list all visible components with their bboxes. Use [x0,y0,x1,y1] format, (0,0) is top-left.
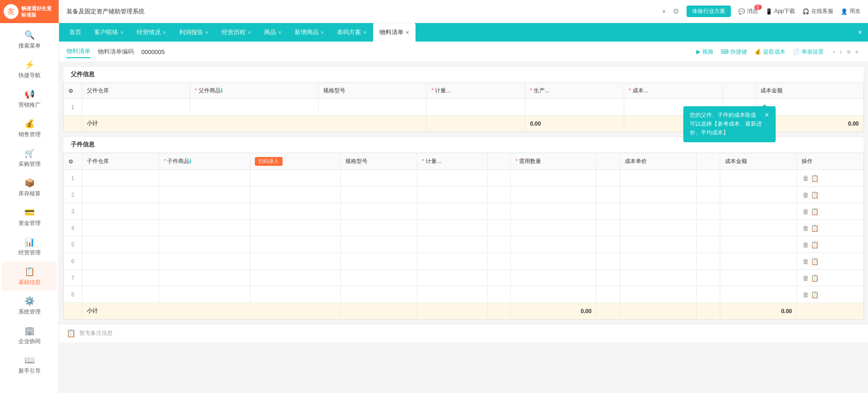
sidebar-item-inventory[interactable]: 📦 库存核算 [2,173,57,202]
sub-tab-bom-code[interactable]: 物料清单编码 [98,46,134,58]
copy-icon[interactable]: 📋 [811,208,819,215]
sidebar-item-marketing[interactable]: 📢 营销推广 [2,85,57,114]
tab-home[interactable]: 首页 [63,23,88,42]
extract-cost-action[interactable]: 💰 提取成本 [754,48,785,56]
nav-next-button[interactable]: › [838,47,844,56]
tab-label: 商品 [264,28,276,36]
sub-tab-bom-list[interactable]: 物料清单 [66,45,90,58]
copy-icon[interactable]: 📋 [811,291,819,298]
shortcut-label: 快捷键 [730,48,747,56]
delete-icon[interactable]: 🗑 [802,291,809,298]
nav-prev-button[interactable]: ‹ [831,47,837,56]
dropdown-icon[interactable]: ▾ [663,8,665,15]
col-settings[interactable]: ⚙ [64,83,82,99]
child-spec-1[interactable] [340,170,417,187]
child-e3-1 [697,170,720,187]
shortcut-action[interactable]: ⌨ 快捷键 [721,48,747,56]
child-actions-1: 🗑📋 [797,170,864,187]
tab-history[interactable]: 经营历程 ✕ [215,23,258,42]
copy-icon[interactable]: 📋 [811,175,819,182]
tab-bom[interactable]: 物料清单 ✕ [373,23,416,42]
sidebar-item-enterprise[interactable]: 🏢 企业协同 [2,321,57,350]
copy-icon[interactable]: 📋 [811,241,819,248]
child-warehouse-1[interactable] [82,170,159,187]
child-e1-1 [487,170,511,187]
sidebar-item-guide[interactable]: 📖 新手引导 [2,351,57,380]
sidebar-item-sales[interactable]: 💰 销售管理 [2,114,57,143]
sidebar-item-quick-nav[interactable]: ⚡ 快捷导航 [2,55,57,84]
doc-settings-action[interactable]: 📄 单据设置 [793,48,824,56]
sales-icon: 💰 [24,119,35,129]
delete-icon[interactable]: 🗑 [802,258,809,265]
subtotal-qty: 0.00 [525,115,624,132]
child-goods-1[interactable] [159,170,250,187]
delete-icon[interactable]: 🗑 [802,191,809,199]
sidebar-item-basic[interactable]: 📋 基础信息 [2,262,57,291]
child-ucost-1[interactable] [620,170,696,187]
tab-barcode[interactable]: 条码方案 ✕ [331,23,373,42]
tab-close-icon[interactable]: ✕ [320,30,324,35]
child-qty-1[interactable] [511,170,597,187]
parent-production-cell[interactable] [525,99,624,115]
delete-icon[interactable]: 🗑 [802,175,809,182]
tab-operations[interactable]: 经营情况 ✕ [130,23,173,42]
tab-new-goods[interactable]: 新增商品 ✕ [288,23,331,42]
sidebar-item-label: 系统管理 [18,308,41,316]
tab-label: 物料清单 [380,28,404,36]
parent-spec-cell[interactable] [319,99,427,115]
tab-close-icon[interactable]: ✕ [405,30,409,35]
col-cost-amount: 成本金额 [755,83,863,99]
sidebar-item-search[interactable]: 🔍 搜索菜单 [2,25,57,54]
copy-icon[interactable]: 📋 [811,224,819,232]
parent-unit-cell[interactable] [427,99,525,115]
sidebar-item-label: 基础信息 [18,278,41,286]
video-action[interactable]: ▶ 视频 [696,48,713,56]
child-col-settings[interactable]: ⚙ [64,153,82,170]
logo-text: 畅捷通好生意 [21,5,52,12]
tab-goods[interactable]: 商品 ✕ [258,23,288,42]
trial-button[interactable]: 体验行业方案 [687,6,731,17]
delete-icon[interactable]: 🗑 [802,208,809,215]
child-col-scan[interactable]: 扫码录入 [250,153,340,170]
parent-goods-cell[interactable] [190,99,319,115]
tab-close-icon[interactable]: ✕ [247,30,251,35]
sidebar-item-ops[interactable]: 📊 经营管理 [2,232,57,261]
app-download-button[interactable]: 📱 App下载 [766,7,795,15]
delete-icon[interactable]: 🗑 [802,224,809,232]
tooltip-close-button[interactable]: ✕ [765,111,769,120]
scan-button[interactable]: 扫码录入 [255,157,283,166]
child-col-spec: 规格型号 [340,153,417,170]
tab-close-icon[interactable]: ✕ [163,30,166,35]
child-unit-1[interactable] [417,170,487,187]
child-table: ⚙ 子件仓库 * 子件商品ℹ 扫码录入 规格型号 * 计量... * 需用数量 … [63,153,864,320]
delete-icon[interactable]: 🗑 [802,241,809,248]
tab-profit[interactable]: 利润报告 ✕ [173,23,215,42]
tab-label: 新增商品 [295,28,319,36]
sidebar-item-purchase[interactable]: 🛒 采购管理 [2,144,57,173]
child-col-empty3 [697,153,720,170]
tab-customer[interactable]: 客户联络 ✕ [88,23,130,42]
gear-icon[interactable]: ⚙ [673,7,679,16]
copy-icon[interactable]: 📋 [811,274,819,282]
tab-close-icon[interactable]: ✕ [278,30,282,35]
tab-close-icon[interactable]: ✕ [205,30,209,35]
online-support-button[interactable]: 🎧 在线客服 [802,7,833,15]
user-menu[interactable]: 👤 用友 [841,7,861,15]
child-col-action: 操作 [797,153,864,170]
tab-close-icon[interactable]: ✕ [363,30,367,35]
close-all-tabs[interactable]: ✕ [856,27,864,37]
nav-add-button[interactable]: + [853,47,861,56]
parent-warehouse-cell[interactable] [82,99,190,115]
child-subtotal-label: 小计 [82,303,341,320]
sidebar-item-finance[interactable]: 💳 资金管理 [2,203,57,232]
nav-arrows: ‹ › ≡ + [831,47,861,56]
copy-icon[interactable]: 📋 [811,258,819,265]
copy-icon[interactable]: 📋 [811,191,819,199]
nav-list-button[interactable]: ≡ [845,47,852,56]
notifications-button[interactable]: 💬 6 消息 [738,7,758,15]
page-content: 物料清单 物料清单编码 0000005 ▶ 视频 ⌨ 快捷键 💰 提取成本 📄 [59,42,868,393]
tab-close-icon[interactable]: ✕ [120,30,124,35]
keyboard-icon: ⌨ [721,48,729,55]
delete-icon[interactable]: 🗑 [802,274,809,282]
sidebar-item-system[interactable]: ⚙️ 系统管理 [2,291,57,320]
